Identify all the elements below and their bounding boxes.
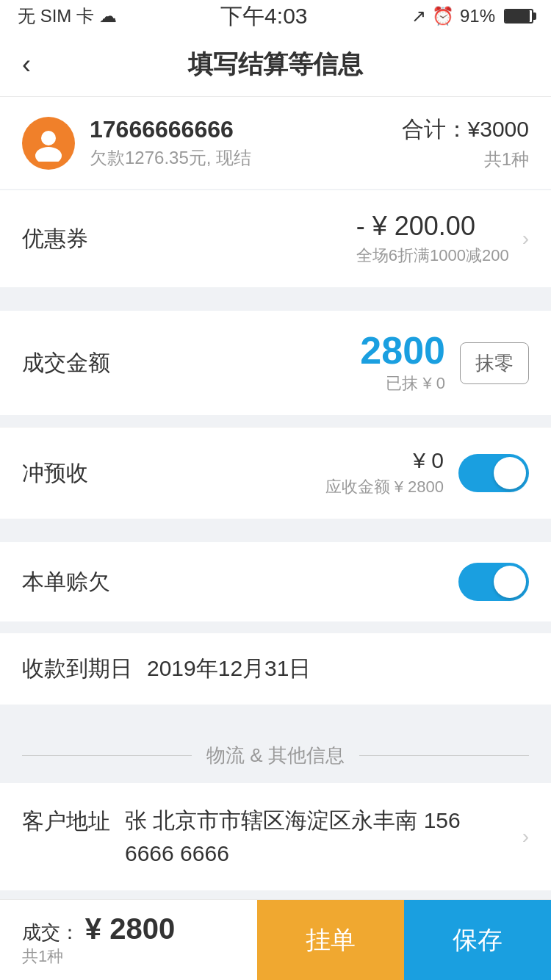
prepay-toggle[interactable] xyxy=(458,454,529,492)
total-amount: 合计：¥3000 xyxy=(402,115,529,145)
chevron-right-icon: › xyxy=(522,227,529,251)
status-right: ↗ ⏰ 91% xyxy=(411,6,533,26)
logistics-line-right xyxy=(359,755,529,756)
debt-label: 本单赊欠 xyxy=(22,567,110,597)
hold-button[interactable]: 挂单 xyxy=(257,900,404,981)
user-card: 17666666666 欠款1276.35元, 现结 合计：¥3000 共1种 xyxy=(0,97,551,189)
back-button[interactable]: ‹ xyxy=(22,49,31,80)
prepay-sub: 应收金额 ¥ 2800 xyxy=(325,476,444,498)
avatar xyxy=(22,117,75,170)
status-time: 下午4:03 xyxy=(220,1,307,32)
amount-label: 成交金额 xyxy=(22,348,110,378)
address-row[interactable]: 客户地址 张 北京市市辖区海淀区永丰南 156 6666 6666 › xyxy=(0,783,551,890)
svg-point-0 xyxy=(41,131,56,145)
address-content: 张 北京市市辖区海淀区永丰南 156 6666 6666 xyxy=(125,804,514,870)
coupon-row[interactable]: 优惠券 - ¥ 200.00 全场6折满1000减200 › xyxy=(0,190,551,287)
address-label: 客户地址 xyxy=(22,804,110,837)
duedate-label: 收款到期日 xyxy=(22,654,132,684)
signal-icon: ↗ xyxy=(411,6,426,26)
user-debt: 欠款1276.35元, 现结 xyxy=(90,146,251,170)
status-left: 无 SIM 卡 ☁ xyxy=(18,4,117,28)
user-phone: 17666666666 xyxy=(90,116,251,143)
amount-sub: 已抹 ¥ 0 xyxy=(360,372,445,394)
debt-toggle[interactable] xyxy=(458,563,529,601)
duedate-value: 2019年12月31日 xyxy=(147,654,311,684)
coupon-label: 优惠券 xyxy=(22,224,88,254)
round-zero-button[interactable]: 抹零 xyxy=(460,342,529,384)
logistics-divider xyxy=(0,716,551,728)
user-left: 17666666666 欠款1276.35元, 现结 xyxy=(22,116,251,170)
nav-bar: ‹ 填写结算等信息 xyxy=(0,32,551,97)
section-divider xyxy=(0,299,551,311)
bottom-transaction-label: 成交： xyxy=(22,921,79,943)
prepay-label: 冲预收 xyxy=(22,458,88,489)
bottom-bar: 成交： ¥ 2800 共1种 挂单 保存 xyxy=(0,899,551,980)
logistics-header: 物流 & 其他信息 xyxy=(0,728,551,783)
toggle-knob xyxy=(494,457,526,489)
amount-value: 2800 xyxy=(360,331,445,370)
sim-label: 无 SIM 卡 ☁ xyxy=(18,4,117,28)
prepay-row: 冲预收 ¥ 0 应收金额 ¥ 2800 xyxy=(0,427,551,519)
page-title: 填写结算等信息 xyxy=(188,48,363,82)
logistics-title: 物流 & 其他信息 xyxy=(206,743,345,768)
user-info: 17666666666 欠款1276.35元, 现结 xyxy=(90,116,251,170)
bottom-total-area: 成交： ¥ 2800 共1种 xyxy=(0,912,257,968)
amount-row: 成交金额 2800 已抹 ¥ 0 抹零 xyxy=(0,311,551,415)
avatar-icon xyxy=(30,125,67,162)
user-total: 合计：¥3000 共1种 xyxy=(402,115,529,171)
debt-row: 本单赊欠 xyxy=(0,542,551,621)
prepay-amount-wrap: ¥ 0 应收金额 ¥ 2800 xyxy=(325,448,444,498)
bottom-count: 共1种 xyxy=(22,945,235,968)
amount-value-wrap: 2800 已抹 ¥ 0 xyxy=(360,331,445,394)
bottom-transaction-value: ¥ 2800 xyxy=(85,912,175,945)
logistics-line-left xyxy=(22,755,192,756)
coupon-discount: - ¥ 200.00 xyxy=(356,211,509,242)
coupon-right: - ¥ 200.00 全场6折满1000减200 › xyxy=(356,211,529,267)
prepay-right: ¥ 0 应收金额 ¥ 2800 xyxy=(325,448,529,498)
save-button[interactable]: 保存 xyxy=(404,900,551,981)
clock-icon: ⏰ xyxy=(432,6,454,26)
content-area: 17666666666 欠款1276.35元, 现结 合计：¥3000 共1种 … xyxy=(0,97,551,980)
prepay-amount: ¥ 0 xyxy=(325,448,444,473)
amount-right: 2800 已抹 ¥ 0 抹零 xyxy=(360,331,529,394)
status-bar: 无 SIM 卡 ☁ 下午4:03 ↗ ⏰ 91% xyxy=(0,0,551,32)
total-count: 共1种 xyxy=(402,148,529,171)
bottom-btn-group: 挂单 保存 xyxy=(257,900,551,981)
section-divider-2 xyxy=(0,530,551,542)
battery-icon xyxy=(504,9,533,24)
address-chevron-icon: › xyxy=(522,825,529,849)
battery-percentage: 91% xyxy=(460,6,495,26)
debt-toggle-knob xyxy=(494,566,526,598)
duedate-row: 收款到期日 2019年12月31日 xyxy=(0,633,551,705)
svg-point-1 xyxy=(35,147,62,162)
coupon-desc: 全场6折满1000减200 xyxy=(356,245,509,267)
